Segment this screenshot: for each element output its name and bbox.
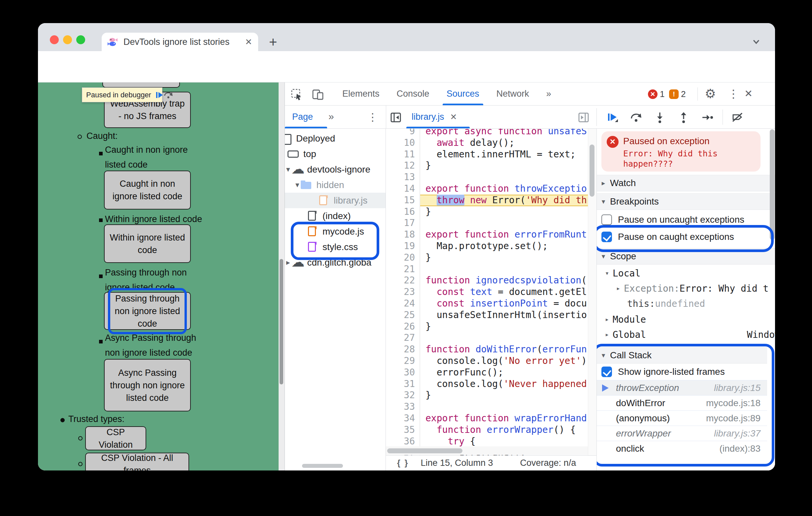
pretty-print-icon[interactable]: { } [397,458,409,468]
code-line[interactable]: 23 const text = document.getEl [386,286,588,298]
line-number[interactable]: 14 [386,183,420,195]
watch-section-header[interactable]: ▸ Watch [597,175,775,191]
tree-expand-arrow-icon[interactable]: ▸ [286,258,290,267]
line-number[interactable]: 12 [386,160,420,172]
overlay-step-over-icon[interactable] [164,88,173,102]
line-number[interactable]: 30 [386,367,420,378]
code-line[interactable]: 10 await delay(); [386,137,588,149]
traffic-close-button[interactable] [50,35,59,44]
step-out-icon[interactable] [677,111,690,124]
line-number[interactable]: 28 [386,344,420,355]
callstack-frame[interactable]: doWithError mycode.js:18 [597,395,767,411]
line-number[interactable]: 35 [386,424,420,436]
frame-location[interactable]: library.js:37 [714,428,760,439]
scope-section-header[interactable]: ▾ Scope [597,248,775,265]
callstack-arrow-icon[interactable]: ▾ [597,352,610,359]
pause-uncaught-row[interactable]: Pause on uncaught exceptions [597,212,775,227]
tab-console[interactable]: Console [388,83,438,105]
code-line[interactable]: 20 } [386,252,588,264]
browser-tab[interactable]: DevTools ignore list stories ✕ [102,33,258,51]
line-number[interactable]: 11 [386,149,420,160]
tree-item[interactable]: (index) [285,208,385,224]
new-tab-button[interactable]: + [269,34,277,50]
code-line[interactable]: 19 Map.prototype.set(); [386,241,588,252]
error-count-icon[interactable]: ✕ [648,89,658,99]
code-line[interactable]: 29 console.log('No error yet') [386,355,588,367]
line-number[interactable]: 19 [386,241,420,252]
tree-item[interactable]: mycode.js [285,224,385,239]
code-line[interactable]: 9 export async function unsafeS [386,129,588,137]
code-line[interactable]: 30 errorFunc(); [386,367,588,378]
frame-location[interactable]: mycode.js:89 [706,413,760,424]
scope-arrow-icon[interactable]: ▾ [597,252,610,260]
code-line[interactable]: 15 throw new Error('Why did th [386,195,588,206]
csp-violation-all-frames-button[interactable]: CSP Violation - All frames [85,453,189,471]
local-arrow-icon[interactable]: ▾ [601,269,613,277]
caught-in-non-ignore-button[interactable]: Caught in non ignore listed code [104,171,191,210]
more-tabs-icon[interactable]: » [538,83,560,105]
tree-expand-arrow-icon[interactable]: ▾ [286,165,290,174]
device-toolbar-icon[interactable] [312,88,324,100]
scope-local-row[interactable]: ▾ Local [597,266,775,280]
resume-script-icon[interactable] [606,111,618,124]
tree-item[interactable]: style.css [285,239,385,255]
module-arrow-icon[interactable]: ▸ [601,315,613,323]
scope-exception-row[interactable]: ▸ Exception: Error: Why did t [597,281,775,296]
line-number[interactable]: 33 [386,401,420,413]
pane-more-tabs-icon[interactable]: » [328,111,334,122]
code-line[interactable]: 31 console.log('Never happened [386,378,588,390]
pause-caught-row[interactable]: Pause on caught exceptions [597,228,775,245]
editor-hscrollbar-thumb[interactable] [387,448,462,453]
code-line[interactable]: 25 unsafeSetInnerHtml(insertio [386,309,588,321]
code-line[interactable]: 27 [386,332,588,344]
code-line[interactable]: 34 export function wrapErrorHand [386,413,588,424]
sidebar-scrollbar-thumb[interactable] [770,129,775,240]
line-number[interactable]: 15 [386,195,420,206]
traffic-minimize-button[interactable] [63,35,72,44]
line-number[interactable]: 16 [386,206,420,218]
tab-elements[interactable]: Elements [334,83,388,105]
breakpoints-arrow-icon[interactable]: ▾ [597,198,610,206]
traffic-zoom-button[interactable] [76,35,85,44]
callstack-frame[interactable]: throwException library.js:15 [597,380,767,395]
code-line[interactable]: 14 export function throwExceptio [386,183,588,195]
editor-vscrollbar-thumb[interactable] [589,145,594,196]
pause-caught-checkbox[interactable] [601,232,612,242]
passing-through-button[interactable]: Passing through non ignore listed code [104,292,191,330]
scope-module-row[interactable]: ▸ Module [597,312,775,327]
file-tab-library-js[interactable]: library.js ✕ [406,105,470,128]
tab-page-pane[interactable]: Page [292,105,313,128]
line-number[interactable]: 9 [386,129,420,137]
code-line[interactable]: 35 function errorWrapper() { [386,424,588,436]
frame-location[interactable]: mycode.js:18 [706,398,760,408]
collapse-navigator-icon[interactable] [390,112,402,123]
pause-uncaught-checkbox[interactable] [601,214,612,225]
tree-item[interactable]: ▾ hidden [285,177,385,193]
tab-close-icon[interactable]: ✕ [245,37,252,47]
tab-sources[interactable]: Sources [438,83,488,105]
warning-count-icon[interactable]: ! [669,89,679,99]
show-ignore-listed-checkbox[interactable] [601,367,612,377]
line-number[interactable]: 27 [386,332,420,344]
csp-violation-button[interactable]: CSP Violation [85,426,146,450]
devtools-menu-icon[interactable]: ⋮ [728,87,739,100]
line-number[interactable]: 32 [386,390,420,401]
tree-item[interactable]: Deployed [285,131,385,146]
line-number[interactable]: 23 [386,286,420,298]
code-line[interactable]: 36 try { [386,436,588,447]
tree-hscrollbar-thumb[interactable] [302,464,343,468]
page-scrollbar-thumb[interactable] [280,259,283,384]
callstack-frame[interactable]: (anonymous) mycode.js:89 [597,411,767,426]
code-line[interactable]: 22 function ignoredcspviolation( [386,275,588,286]
line-number[interactable]: 21 [386,264,420,275]
code-line[interactable]: 24 const insertionPoint = docu [386,298,588,309]
code-editor[interactable]: 9 export async function unsafeS 10 await… [386,129,597,471]
step-icon[interactable] [701,111,714,124]
show-ignore-listed-row[interactable]: Show ignore-listed frames [597,364,775,380]
inspect-element-icon[interactable] [291,88,303,100]
file-tab-close-icon[interactable]: ✕ [450,112,457,122]
step-into-icon[interactable] [654,111,666,124]
scope-this-row[interactable]: this: undefined [597,296,775,311]
tree-item[interactable]: ▸ cdn.glitch.globa [285,255,385,270]
code-line[interactable]: 26 } [386,321,588,333]
